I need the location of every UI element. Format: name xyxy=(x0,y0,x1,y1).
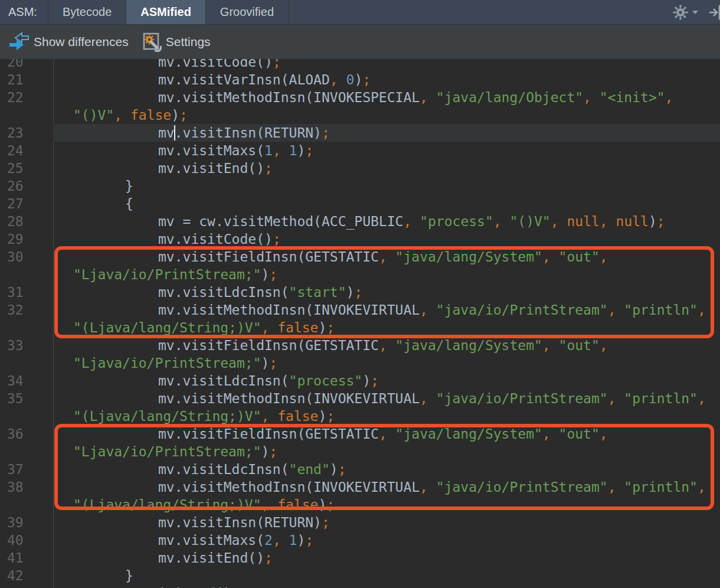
tab-asmified[interactable]: ASMified xyxy=(126,0,205,24)
code-line: mv.visitMethodInsn(INVOKEVIRTUAL, "java/… xyxy=(158,478,706,496)
code-line: mv.visitLdcInsn("end"); xyxy=(158,460,346,478)
code-row[interactable]: 39mv.visitInsn(RETURN); xyxy=(0,514,720,531)
asm-toolbar: Show differences Settings xyxy=(0,25,720,59)
settings-wrench-icon xyxy=(143,31,162,53)
code-row[interactable]: 24mv.visitMaxs(1, 1); xyxy=(0,142,720,159)
code-rows: 20mv.visitCode();21mv.visitVarInsn(ALOAD… xyxy=(0,59,720,588)
code-line: mv.visitFieldInsn(GETSTATIC, "java/lang/… xyxy=(158,337,608,354)
code-editor[interactable]: 20mv.visitCode();21mv.visitVarInsn(ALOAD… xyxy=(0,59,720,588)
code-row[interactable]: 20mv.visitCode(); xyxy=(0,59,720,71)
show-differences-label: Show differences xyxy=(34,35,129,49)
code-line: mv.visitCode(); xyxy=(158,59,281,71)
code-line: mv.visitCode(); xyxy=(158,230,281,248)
code-row[interactable]: 31mv.visitLdcInsn("start"); xyxy=(0,283,720,301)
code-line: "(Ljava/lang/String;)V", false); xyxy=(73,496,335,514)
asm-tab-bar: ASM: BytecodeASMifiedGroovified xyxy=(0,0,720,25)
code-line: } xyxy=(125,567,133,584)
line-number: 33 xyxy=(7,337,24,354)
settings-button[interactable]: Settings xyxy=(143,31,211,53)
line-number: 22 xyxy=(7,89,24,106)
text-caret xyxy=(174,125,175,141)
hide-window-button[interactable] xyxy=(708,4,720,21)
line-number: 30 xyxy=(7,248,24,266)
code-row[interactable]: 36mv.visitFieldInsn(GETSTATIC, "java/lan… xyxy=(0,425,720,443)
code-row[interactable]: "Ljava/io/PrintStream;"); xyxy=(0,266,720,283)
code-line: mv.visitMaxs(2, 1); xyxy=(158,531,313,549)
chevron-down-icon xyxy=(692,10,699,15)
code-row[interactable]: 33mv.visitFieldInsn(GETSTATIC, "java/lan… xyxy=(0,337,720,354)
settings-label: Settings xyxy=(166,35,211,49)
code-line: mv.visitVarInsn(ALOAD, 0); xyxy=(158,71,371,89)
line-number: 32 xyxy=(7,301,24,319)
line-number: 29 xyxy=(7,230,24,248)
code-row[interactable]: 35mv.visitMethodInsn(INVOKEVIRTUAL, "jav… xyxy=(0,390,720,407)
line-number: 39 xyxy=(7,514,24,531)
code-row[interactable]: "(Ljava/lang/String;)V", false); xyxy=(0,407,720,425)
line-number: 23 xyxy=(7,124,24,142)
line-number: 38 xyxy=(7,478,24,496)
gear-menu-button[interactable] xyxy=(667,4,703,21)
code-row[interactable]: "()V", false); xyxy=(0,106,720,124)
code-line: cw.visitEnd(); xyxy=(125,584,240,588)
line-number: 35 xyxy=(7,390,24,407)
code-row[interactable]: 37mv.visitLdcInsn("end"); xyxy=(0,460,720,478)
line-number: 27 xyxy=(7,195,24,213)
code-line: mv.visitLdcInsn("start"); xyxy=(158,283,362,301)
tab-bar-actions xyxy=(667,0,720,24)
line-number: 36 xyxy=(7,425,24,443)
gear-icon xyxy=(672,4,689,21)
line-number: 42 xyxy=(7,567,24,584)
tab-strip: BytecodeASMifiedGroovified xyxy=(48,0,289,24)
code-line: mv.visitEnd(); xyxy=(158,549,273,567)
code-line: mv = cw.visitMethod(ACC_PUBLIC, "process… xyxy=(158,213,665,230)
tab-bytecode[interactable]: Bytecode xyxy=(48,0,126,24)
code-row[interactable]: 25mv.visitEnd(); xyxy=(0,159,720,177)
code-line: mv.visitInsn(RETURN); xyxy=(158,514,330,531)
hide-window-icon xyxy=(708,4,720,21)
code-line: "(Ljava/lang/String;)V", false); xyxy=(73,319,335,337)
line-number: 24 xyxy=(7,142,24,159)
code-row[interactable]: 28mv = cw.visitMethod(ACC_PUBLIC, "proce… xyxy=(0,213,720,230)
tab-groovified[interactable]: Groovified xyxy=(205,0,289,24)
line-number: 31 xyxy=(7,283,24,301)
code-line: mv.visitEnd(); xyxy=(158,159,273,177)
code-line: "Ljava/io/PrintStream;"); xyxy=(73,266,277,283)
code-line: mv.visitMethodInsn(INVOKEVIRTUAL, "java/… xyxy=(158,390,706,407)
line-number: 21 xyxy=(7,71,24,89)
code-row[interactable]: 22mv.visitMethodInsn(INVOKESPECIAL, "jav… xyxy=(0,89,720,106)
code-line: mv.visitInsn(RETURN); xyxy=(158,124,330,142)
code-row[interactable]: 30mv.visitFieldInsn(GETSTATIC, "java/lan… xyxy=(0,248,720,266)
line-number: 20 xyxy=(7,59,24,71)
code-row[interactable]: 32mv.visitMethodInsn(INVOKEVIRTUAL, "jav… xyxy=(0,301,720,319)
code-row[interactable]: 27{ xyxy=(0,195,720,213)
line-number: 41 xyxy=(7,549,24,567)
line-number: 28 xyxy=(7,213,24,230)
code-row[interactable]: 29mv.visitCode(); xyxy=(0,230,720,248)
code-row[interactable]: 34mv.visitLdcInsn("process"); xyxy=(0,372,720,390)
code-row[interactable]: 21mv.visitVarInsn(ALOAD, 0); xyxy=(0,71,720,89)
code-row[interactable]: 41mv.visitEnd(); xyxy=(0,549,720,567)
code-row[interactable]: 40mv.visitMaxs(2, 1); xyxy=(0,531,720,549)
code-line: mv.visitFieldInsn(GETSTATIC, "java/lang/… xyxy=(158,248,608,266)
code-line: "()V", false); xyxy=(73,106,188,124)
line-number: 25 xyxy=(7,159,24,177)
code-row[interactable]: "(Ljava/lang/String;)V", false); xyxy=(0,496,720,514)
code-row[interactable]: 23mv.visitInsn(RETURN); xyxy=(0,124,720,142)
code-line: mv.visitMethodInsn(INVOKESPECIAL, "java/… xyxy=(158,89,673,106)
code-row[interactable]: 43cw.visitEnd(); xyxy=(0,584,720,588)
code-row[interactable]: "Ljava/io/PrintStream;"); xyxy=(0,443,720,460)
code-row[interactable]: 42} xyxy=(0,567,720,584)
line-number: 43 xyxy=(7,584,24,588)
code-row[interactable]: "(Ljava/lang/String;)V", false); xyxy=(0,319,720,337)
code-line: mv.visitFieldInsn(GETSTATIC, "java/lang/… xyxy=(158,425,608,443)
panel-label: ASM: xyxy=(0,0,45,24)
code-line: } xyxy=(125,177,133,195)
line-number: 26 xyxy=(7,177,24,195)
code-row[interactable]: "Ljava/io/PrintStream;"); xyxy=(0,354,720,372)
code-line: "Ljava/io/PrintStream;"); xyxy=(73,354,277,372)
code-row[interactable]: 38mv.visitMethodInsn(INVOKEVIRTUAL, "jav… xyxy=(0,478,720,496)
code-line: mv.visitLdcInsn("process"); xyxy=(158,372,379,390)
show-differences-button[interactable]: Show differences xyxy=(8,32,129,52)
code-row[interactable]: 26} xyxy=(0,177,720,195)
code-line: "Ljava/io/PrintStream;"); xyxy=(73,443,277,460)
